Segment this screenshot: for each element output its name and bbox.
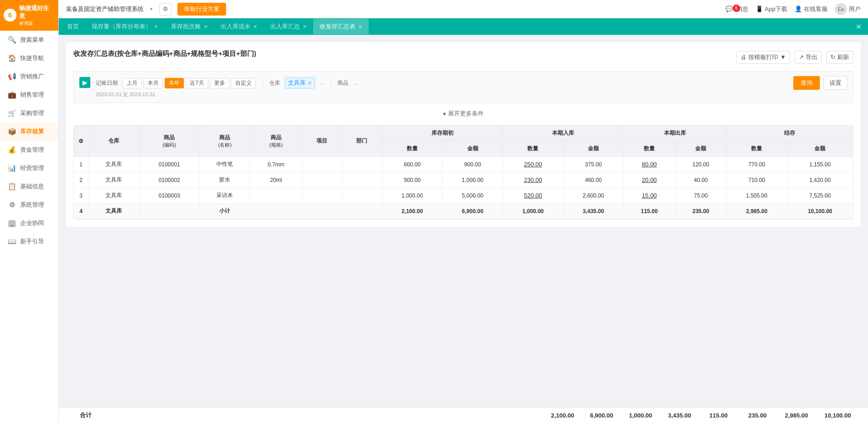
row-in-amt: 375.00: [563, 157, 624, 172]
row-warehouse: 文具库: [88, 157, 139, 172]
sidebar-item-label: 快捷导航: [20, 54, 44, 62]
row-goods-name: 采访本: [199, 188, 250, 203]
footer-out-amt: 235.00: [737, 412, 778, 419]
refresh-btn[interactable]: ↻ 刷新: [826, 51, 853, 64]
row-no: 2: [74, 172, 88, 188]
try-btn[interactable]: 体验行业方案: [177, 3, 226, 16]
tab-close-summary[interactable]: ✕: [303, 24, 307, 30]
warehouse-tag-remove[interactable]: ✕: [308, 80, 312, 86]
tab-label: 库存批次账: [171, 22, 201, 31]
sidebar-item-sales[interactable]: 💼 销售管理: [0, 86, 58, 104]
tab-close-flow[interactable]: ✕: [253, 24, 257, 30]
tab-flow[interactable]: 出入库流水✕: [214, 19, 264, 34]
sidebar-item-operations[interactable]: 📊 经营管理: [0, 159, 58, 177]
table-body: 1文具库0100001中性笔0.7mm600.00900.00250.00375…: [74, 157, 853, 219]
online-service-btn[interactable]: 👤 在线客服: [795, 5, 828, 13]
row-balance-qty: 770.00: [726, 157, 787, 172]
row-balance-qty: 2,985.00: [726, 203, 787, 219]
sidebar-item-system[interactable]: ⚙ 系统管理: [0, 196, 58, 214]
refresh-btn-label: 刷新: [837, 53, 849, 61]
search-icon: 🔍: [7, 36, 17, 44]
row-out-amt: 40.00: [675, 172, 726, 188]
date-btn-近7天[interactable]: 近7天: [186, 78, 208, 88]
filter-row: 记账日期 上月本月本年近7天更多自定义 仓库 文具库 ✕ ... 商品 ...: [96, 76, 847, 90]
row-department: [342, 172, 382, 188]
tab-close-batch[interactable]: ✕: [204, 24, 208, 30]
topbar-right: 💬 6 消息 📱 App下载 👤 在线客服 Ea 用户: [725, 3, 861, 15]
sidebar-item-search[interactable]: 🔍 搜索菜单: [0, 31, 58, 49]
tab-close-inventory-dist[interactable]: ✕: [154, 24, 158, 30]
tab-inventory-dist[interactable]: 现存量（库存分布表）✕: [85, 19, 165, 34]
row-project: [302, 157, 342, 172]
enterprise-icon: 🏢: [7, 219, 17, 227]
sidebar-item-inventory[interactable]: 📦 库存核算: [0, 122, 58, 141]
tab-home[interactable]: 首页: [61, 19, 85, 34]
messages-btn[interactable]: 💬 6 消息: [725, 5, 748, 13]
row-goods-spec: [250, 203, 302, 219]
row-out-qty[interactable]: 80.00: [624, 157, 675, 172]
sidebar-item-enterprise[interactable]: 🏢 企业协同: [0, 214, 58, 232]
user-btn[interactable]: Ea 用户: [835, 3, 861, 15]
sidebar-item-basic-info[interactable]: 📋 基础信息: [0, 177, 58, 196]
date-btn-更多[interactable]: 更多: [210, 78, 229, 88]
row-balance-amt: 1,420.00: [787, 172, 853, 188]
sidebar-item-quick-nav[interactable]: 🏠 快捷导航: [0, 49, 58, 67]
close-all-tabs[interactable]: ✕: [851, 22, 866, 31]
row-opening-qty: 2,100.00: [382, 203, 442, 219]
row-department: [342, 203, 382, 219]
filter-toggle-btn[interactable]: ▶: [79, 77, 90, 88]
settings-btn[interactable]: 设置: [824, 76, 847, 90]
print-btn[interactable]: 🖨 按模板打印 ▼: [736, 51, 790, 64]
row-goods-name: 中性笔: [199, 157, 250, 172]
row-project: [302, 188, 342, 203]
date-btn-本年[interactable]: 本年: [165, 78, 184, 88]
export-btn-label: 导出: [806, 53, 818, 61]
sidebar-item-marketing[interactable]: 📢 营销推广: [0, 67, 58, 86]
row-out-qty[interactable]: 20.00: [624, 172, 675, 188]
page-footer: 合计 2,100.00 6,900.00 1,000.00 3,435.00 1…: [59, 407, 868, 423]
row-no: 4: [74, 203, 88, 219]
warehouse-more[interactable]: ...: [320, 80, 324, 86]
query-btn[interactable]: 查询: [793, 76, 820, 90]
date-btn-上月[interactable]: 上月: [122, 78, 142, 88]
row-goods-code: [139, 203, 199, 219]
footer-in-amt: 3,435.00: [659, 412, 700, 419]
row-balance-amt: 7,525.00: [787, 188, 853, 203]
date-btn-本月[interactable]: 本月: [144, 78, 163, 88]
date-btn-自定义[interactable]: 自定义: [231, 78, 256, 88]
sidebar-item-beginner[interactable]: 📖 新手引导: [0, 232, 58, 251]
logo-text: 畅捷通好生意 标准版: [19, 5, 55, 26]
sidebar-item-purchase[interactable]: 🛒 采购管理: [0, 104, 58, 122]
export-btn[interactable]: ↗ 导出: [795, 51, 822, 64]
tab-batch[interactable]: 库存批次账✕: [165, 19, 214, 34]
row-opening-amt: 5,000.00: [442, 188, 503, 203]
gear-button[interactable]: ⚙: [159, 3, 172, 16]
row-in-amt: 2,600.00: [563, 188, 624, 203]
th-balance-group: 结存: [726, 126, 853, 141]
filter-divider-2: [331, 76, 331, 90]
row-opening-amt: 6,900.00: [442, 203, 503, 219]
row-balance-qty: 1,505.00: [726, 188, 787, 203]
sidebar-items: 🔍 搜索菜单 🏠 快捷导航 📢 营销推广 💼 销售管理 🛒 采购管理 📦 库存核…: [0, 31, 58, 251]
messages-badge: 6: [733, 5, 740, 12]
row-in-qty[interactable]: 230.00: [503, 172, 564, 188]
footer-opening-qty: 2,100.00: [544, 412, 581, 419]
tab-summary[interactable]: 出入库汇总✕: [264, 19, 313, 34]
th-settings[interactable]: ⚙: [74, 126, 88, 157]
filter-body: 记账日期 上月本月本年近7天更多自定义 仓库 文具库 ✕ ... 商品 ...: [96, 76, 847, 98]
row-in-qty[interactable]: 520.00: [503, 188, 564, 203]
tab-recv-send[interactable]: 收发存汇总表✕: [313, 19, 369, 34]
operations-icon: 📊: [7, 164, 17, 172]
sidebar-item-finance[interactable]: 💰 资金管理: [0, 141, 58, 159]
tab-close-recv-send[interactable]: ✕: [358, 24, 362, 30]
row-opening-amt: 900.00: [442, 157, 503, 172]
sidebar-item-label: 营销推广: [20, 72, 44, 81]
goods-more[interactable]: ...: [353, 80, 358, 86]
th-goods-code: 商品(编码): [139, 126, 199, 157]
date-label: 记账日期: [96, 79, 118, 87]
app-download-btn[interactable]: 📱 App下载: [756, 5, 787, 13]
expand-more-btn[interactable]: ▾ 展开更多条件: [73, 108, 853, 120]
sidebar-item-label: 企业协同: [20, 219, 44, 227]
row-out-qty[interactable]: 15.00: [624, 188, 675, 203]
row-in-qty[interactable]: 250.00: [503, 157, 564, 172]
